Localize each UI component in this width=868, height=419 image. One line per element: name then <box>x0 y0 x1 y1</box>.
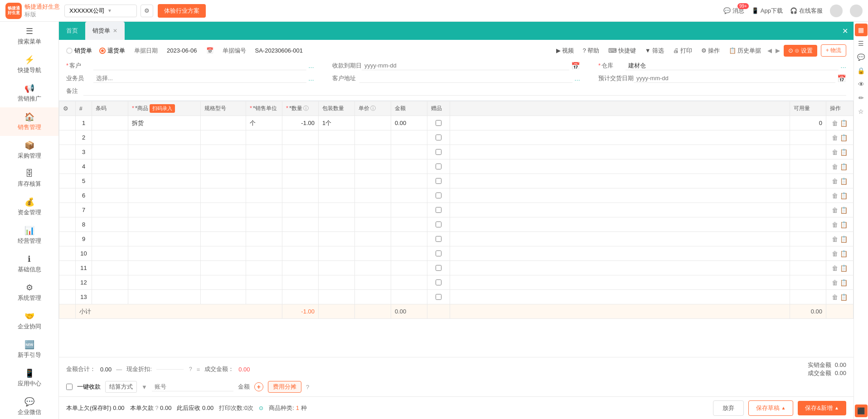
td-p[interactable] <box>319 217 355 232</box>
td-b[interactable] <box>92 188 128 203</box>
td-q[interactable] <box>282 174 319 188</box>
one-click-payment-checkbox[interactable] <box>66 384 73 390</box>
sidebar-item-quick-nav[interactable]: ⚡ 快捷导航 <box>0 50 58 79</box>
td-b[interactable] <box>92 290 128 304</box>
online-service-btn[interactable]: 🎧 在线客服 <box>790 7 823 15</box>
td-p[interactable] <box>319 232 355 246</box>
td-pr[interactable] <box>355 261 391 275</box>
td-d[interactable] <box>450 275 790 290</box>
delivery-date-input[interactable] <box>634 74 835 83</box>
copy-icon-1[interactable]: 📋 <box>840 120 848 127</box>
trial-btn[interactable]: 体验行业方案 <box>158 4 206 18</box>
td-unit-1[interactable]: 个 <box>246 116 282 130</box>
gift-cb[interactable] <box>436 135 441 140</box>
td-qty-1[interactable]: -1.00 <box>282 116 319 130</box>
save-draft-btn[interactable]: 保存草稿 ▲ <box>748 400 794 416</box>
td-q[interactable] <box>282 145 319 159</box>
td-p[interactable] <box>319 246 355 261</box>
sidebar-item-inventory[interactable]: 🗄 库存核算 <box>0 164 58 193</box>
company-selector[interactable]: XXXXXX公司 ▼ <box>64 5 137 17</box>
tab-sales-order[interactable]: 销货单 ✕ <box>85 22 125 40</box>
customer-dots-icon[interactable]: … <box>308 63 314 69</box>
sidebar-item-ops[interactable]: 📊 经营管理 <box>0 221 58 250</box>
td-price-1[interactable] <box>355 116 391 130</box>
delete-icon-1[interactable]: 🗑 <box>832 120 838 127</box>
rs-edit[interactable]: ✏ <box>855 92 868 104</box>
cp-icon[interactable]: 📋 <box>840 134 848 141</box>
gift-cb[interactable] <box>436 236 441 242</box>
td-g[interactable] <box>128 130 201 145</box>
td-a[interactable] <box>391 217 427 232</box>
td-q[interactable] <box>282 290 319 304</box>
td-a[interactable] <box>391 159 427 174</box>
td-g[interactable] <box>128 159 201 174</box>
td-d[interactable] <box>450 217 790 232</box>
td-sp[interactable] <box>201 159 246 174</box>
sidebar-item-sales[interactable]: 🏠 销售管理 <box>0 107 58 136</box>
tab-home[interactable]: 首页 <box>59 22 85 40</box>
td-a[interactable] <box>391 275 427 290</box>
td-p[interactable] <box>319 290 355 304</box>
del-icon[interactable]: 🗑 <box>832 294 838 301</box>
radio-return[interactable]: 退货单 <box>99 47 125 55</box>
td-d[interactable] <box>450 159 790 174</box>
del-icon[interactable]: 🗑 <box>832 163 838 170</box>
sidebar-item-capital[interactable]: 💰 资金管理 <box>0 193 58 221</box>
td-p[interactable] <box>319 203 355 217</box>
operations-btn[interactable]: ⚙ 操作 <box>698 45 723 56</box>
nav-next-icon[interactable]: ▶ <box>776 47 780 54</box>
td-pr[interactable] <box>355 275 391 290</box>
td-a[interactable] <box>391 261 427 275</box>
sidebar-item-app-center[interactable]: 📱 应用中心 <box>0 364 58 392</box>
td-u[interactable] <box>246 188 282 203</box>
td-d[interactable] <box>450 290 790 304</box>
avatar[interactable] <box>830 5 843 17</box>
td-sp[interactable] <box>201 217 246 232</box>
td-a[interactable] <box>391 203 427 217</box>
del-icon[interactable]: 🗑 <box>832 221 838 228</box>
del-icon[interactable]: 🗑 <box>832 265 838 272</box>
td-q[interactable] <box>282 232 319 246</box>
td-u[interactable] <box>246 290 282 304</box>
td-b[interactable] <box>92 130 128 145</box>
sidebar-item-search[interactable]: ☰ 搜索菜单 <box>0 22 58 50</box>
td-d[interactable] <box>450 203 790 217</box>
td-p[interactable] <box>319 188 355 203</box>
sidebar-item-basic[interactable]: ℹ 基础信息 <box>0 250 58 278</box>
sidebar-item-purchase[interactable]: 📦 采购管理 <box>0 136 58 164</box>
td-b[interactable] <box>92 145 128 159</box>
cp-icon[interactable]: 📋 <box>840 178 848 185</box>
td-u[interactable] <box>246 159 282 174</box>
td-g[interactable] <box>128 246 201 261</box>
td-p[interactable] <box>319 159 355 174</box>
address-input[interactable] <box>359 74 572 83</box>
cp-icon[interactable]: 📋 <box>840 236 848 243</box>
rs-chat[interactable]: 💬 <box>855 51 868 63</box>
td-q[interactable] <box>282 275 319 290</box>
td-u[interactable] <box>246 261 282 275</box>
td-u[interactable] <box>246 130 282 145</box>
td-amount-1[interactable]: 0.00 <box>391 116 427 130</box>
td-q[interactable] <box>282 203 319 217</box>
gift-cb[interactable] <box>436 164 441 169</box>
td-pr[interactable] <box>355 232 391 246</box>
del-icon[interactable]: 🗑 <box>832 207 838 214</box>
filter-btn[interactable]: ▼ 筛选 <box>642 45 667 56</box>
td-b[interactable] <box>92 174 128 188</box>
td-g[interactable] <box>128 217 201 232</box>
account-input[interactable] <box>152 382 233 391</box>
td-g[interactable] <box>128 145 201 159</box>
td-g[interactable] <box>128 174 201 188</box>
td-sp[interactable] <box>201 290 246 304</box>
cp-icon[interactable]: 📋 <box>840 163 848 170</box>
td-d[interactable] <box>450 130 790 145</box>
td-pr[interactable] <box>355 217 391 232</box>
td-b[interactable] <box>92 203 128 217</box>
discard-btn[interactable]: 放弃 <box>713 400 744 416</box>
td-pr[interactable] <box>355 246 391 261</box>
del-icon[interactable]: 🗑 <box>832 149 838 156</box>
del-icon[interactable]: 🗑 <box>832 178 838 185</box>
calc-method-btn[interactable]: 结算方式 <box>105 381 137 393</box>
sidebar-item-system[interactable]: ⚙ 系统管理 <box>0 278 58 307</box>
radio-sale[interactable]: 销货单 <box>66 47 92 55</box>
